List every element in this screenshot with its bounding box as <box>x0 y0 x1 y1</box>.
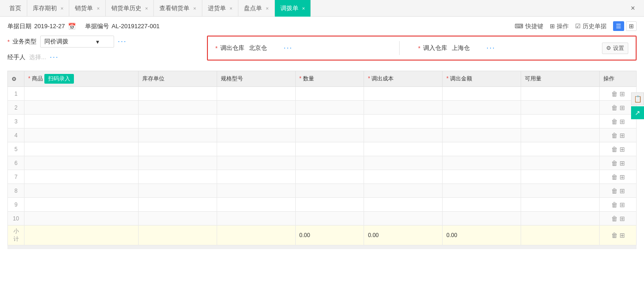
cost-cell[interactable] <box>364 115 443 128</box>
product-cell[interactable] <box>24 87 139 101</box>
copy-row-btn[interactable]: ⊞ <box>619 89 626 98</box>
tab-inventory-init[interactable]: 库存期初 × <box>27 0 69 17</box>
window-close-button[interactable]: × <box>626 1 640 16</box>
cost-cell[interactable] <box>364 128 443 142</box>
tab-transfer[interactable]: 调拨单 × <box>275 0 311 17</box>
right-panel-export-btn[interactable]: ↗ <box>631 106 644 119</box>
qty-cell[interactable] <box>295 87 364 101</box>
amount-cell[interactable] <box>443 87 521 101</box>
delete-row-btn[interactable]: 🗑 <box>610 200 619 209</box>
qty-cell[interactable] <box>295 156 364 170</box>
delete-row-btn[interactable]: 🗑 <box>610 159 619 168</box>
cost-cell[interactable] <box>364 87 443 101</box>
amount-cell[interactable] <box>443 156 521 170</box>
business-type-select[interactable]: 同价调拨 ▾ <box>40 36 114 48</box>
scan-btn[interactable]: 扫码录入 <box>44 74 74 84</box>
tab-inventory-check-close[interactable]: × <box>266 6 268 11</box>
copy-row-btn[interactable]: ⊞ <box>619 117 626 126</box>
tab-purchase-close[interactable]: × <box>230 6 232 11</box>
product-cell[interactable] <box>24 212 139 226</box>
list-view-btn[interactable]: ☰ <box>613 21 624 31</box>
person-select-btn[interactable]: 选择... <box>29 53 46 61</box>
product-cell[interactable] <box>24 198 139 212</box>
product-cell[interactable] <box>24 184 139 198</box>
product-cell[interactable] <box>24 115 139 128</box>
copy-row-btn[interactable]: ⊞ <box>619 103 626 112</box>
tab-sales-order-close[interactable]: × <box>97 6 99 11</box>
delete-row-btn[interactable]: 🗑 <box>610 117 619 126</box>
date-value[interactable]: 2019-12-27 <box>34 23 65 30</box>
tab-view-sales-close[interactable]: × <box>193 6 196 11</box>
shortcut-btn[interactable]: ⌨ 快捷键 <box>515 22 543 31</box>
amount-cell[interactable] <box>443 184 521 198</box>
copy-row-btn[interactable]: ⊞ <box>619 231 626 240</box>
warehouse-settings-btn[interactable]: ⚙ 设置 <box>602 43 628 54</box>
delete-row-btn[interactable]: 🗑 <box>610 103 619 112</box>
history-btn[interactable]: ☑ 历史单据 <box>575 22 607 31</box>
tab-inventory-init-close[interactable]: × <box>61 6 63 11</box>
product-cell[interactable] <box>24 101 139 115</box>
product-cell[interactable] <box>24 156 139 170</box>
cost-cell[interactable] <box>364 156 443 170</box>
cost-cell[interactable] <box>364 142 443 156</box>
delete-row-btn[interactable]: 🗑 <box>610 186 619 195</box>
copy-row-btn[interactable]: ⊞ <box>619 145 626 154</box>
grid-view-btn[interactable]: ⊞ <box>626 21 637 31</box>
warehouse-out-value[interactable]: 北京仓 <box>249 44 267 52</box>
tab-sales-history-close[interactable]: × <box>145 6 148 11</box>
tab-view-sales[interactable]: 查看销货单 × <box>154 0 202 17</box>
qty-cell[interactable]: 0.00 <box>295 226 364 245</box>
delete-row-btn[interactable]: 🗑 <box>610 131 619 140</box>
product-cell[interactable] <box>24 226 139 245</box>
delete-row-btn[interactable]: 🗑 <box>610 145 619 154</box>
amount-cell[interactable] <box>443 212 521 226</box>
qty-cell[interactable] <box>295 184 364 198</box>
qty-cell[interactable] <box>295 170 364 184</box>
amount-cell[interactable] <box>443 142 521 156</box>
tab-home[interactable]: 首页 <box>4 0 27 17</box>
cost-cell[interactable]: 0.00 <box>364 226 443 245</box>
copy-row-btn[interactable]: ⊞ <box>619 186 626 195</box>
copy-row-btn[interactable]: ⊞ <box>619 131 626 140</box>
qty-cell[interactable] <box>295 142 364 156</box>
cost-cell[interactable] <box>364 170 443 184</box>
cost-cell[interactable] <box>364 212 443 226</box>
tab-purchase[interactable]: 进货单 × <box>202 0 238 17</box>
copy-row-btn[interactable]: ⊞ <box>619 159 626 168</box>
warehouse-out-more-btn[interactable]: ··· <box>284 44 292 52</box>
operations-btn[interactable]: ⊞ 操作 <box>550 22 569 31</box>
qty-cell[interactable] <box>295 128 364 142</box>
product-cell[interactable] <box>24 128 139 142</box>
copy-row-btn[interactable]: ⊞ <box>619 200 626 209</box>
qty-cell[interactable] <box>295 198 364 212</box>
cost-cell[interactable] <box>364 101 443 115</box>
amount-cell[interactable] <box>443 128 521 142</box>
tab-transfer-close[interactable]: × <box>302 6 305 11</box>
amount-cell[interactable] <box>443 101 521 115</box>
calendar-icon[interactable]: 📅 <box>68 23 76 30</box>
delete-row-btn[interactable]: 🗑 <box>610 214 619 223</box>
tab-sales-order[interactable]: 销货单 × <box>69 0 105 17</box>
col-settings-header[interactable]: ⚙ <box>8 71 24 87</box>
amount-cell[interactable] <box>443 198 521 212</box>
qty-cell[interactable] <box>295 212 364 226</box>
delete-row-btn[interactable]: 🗑 <box>610 89 619 98</box>
amount-cell[interactable]: 0.00 <box>443 226 521 245</box>
tab-inventory-check[interactable]: 盘点单 × <box>238 0 274 17</box>
right-panel-note-btn[interactable]: 📋 <box>631 92 644 105</box>
delete-row-btn[interactable]: 🗑 <box>610 231 619 240</box>
cost-cell[interactable] <box>364 184 443 198</box>
qty-cell[interactable] <box>295 115 364 128</box>
delete-row-btn[interactable]: 🗑 <box>610 172 619 182</box>
cost-cell[interactable] <box>364 198 443 212</box>
product-cell[interactable] <box>24 170 139 184</box>
amount-cell[interactable] <box>443 170 521 184</box>
product-cell[interactable] <box>24 142 139 156</box>
copy-row-btn[interactable]: ⊞ <box>619 214 626 223</box>
qty-cell[interactable] <box>295 101 364 115</box>
horizontal-scrollbar[interactable] <box>7 245 637 249</box>
person-more-btn[interactable]: ··· <box>50 53 59 61</box>
copy-row-btn[interactable]: ⊞ <box>619 172 626 182</box>
tab-sales-history[interactable]: 销货单历史 × <box>106 0 154 17</box>
warehouse-in-value[interactable]: 上海仓 <box>452 44 470 52</box>
